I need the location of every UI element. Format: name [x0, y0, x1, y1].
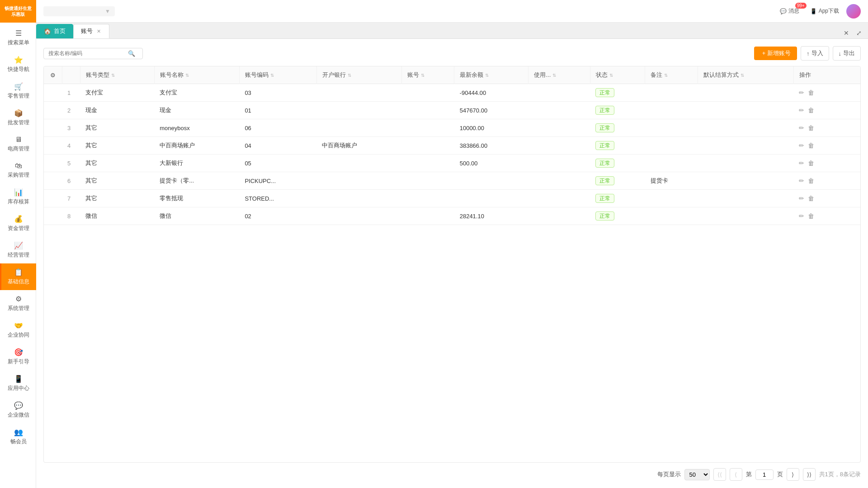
- sidebar-item-system-mgmt[interactable]: ⚙ 系统管理: [0, 290, 36, 317]
- topbar-search[interactable]: ▼: [43, 6, 115, 16]
- sidebar-item-purchase-mgmt[interactable]: 🛍 采购管理: [0, 157, 36, 183]
- status-badge: 正常: [595, 141, 614, 150]
- sort-icon: ⇅: [664, 73, 668, 78]
- tab-close-icon[interactable]: ✕: [95, 28, 102, 34]
- row-action: ✏ 🗑: [793, 102, 860, 119]
- row-default-settlement: [698, 137, 793, 155]
- sidebar-item-guide[interactable]: 🎯 新手引导: [0, 343, 36, 370]
- edit-icon[interactable]: ✏: [799, 89, 804, 96]
- sort-icon: ⇅: [185, 73, 189, 78]
- sidebar-item-inventory[interactable]: 📊 库存核算: [0, 183, 36, 210]
- sidebar-item-basic-info[interactable]: 📋 基础信息: [0, 263, 36, 290]
- row-account-type: 其它: [80, 190, 154, 207]
- page-prev-button[interactable]: ⟨: [730, 468, 742, 481]
- row-usage: [528, 190, 590, 207]
- edit-icon[interactable]: ✏: [799, 107, 804, 114]
- sidebar-item-ecom-mgmt[interactable]: 🖥 电商管理: [0, 131, 36, 157]
- sidebar-item-quick-nav[interactable]: ⭐ 快捷导航: [0, 51, 36, 78]
- app-center-icon: 📱: [3, 375, 34, 383]
- edit-icon[interactable]: ✏: [799, 124, 804, 131]
- user-avatar[interactable]: [846, 4, 861, 19]
- edit-icon[interactable]: ✏: [799, 212, 804, 220]
- tab-close-all-button[interactable]: ✕: [841, 28, 852, 38]
- row-action: ✏ 🗑: [793, 155, 860, 172]
- col-settings[interactable]: ⚙: [44, 66, 62, 84]
- col-remark[interactable]: 备注 ⇅: [645, 66, 698, 84]
- row-remark: 提货卡: [645, 172, 698, 190]
- export-button[interactable]: ↓ 导出: [833, 46, 861, 61]
- row-default-settlement: [698, 207, 793, 225]
- delete-icon[interactable]: 🗑: [808, 195, 814, 202]
- tab-account[interactable]: 账号 ✕: [73, 24, 109, 38]
- col-account-no[interactable]: 账号 ⇅: [401, 66, 454, 84]
- sidebar-item-label: 畅会员: [3, 438, 34, 446]
- sidebar-item-label: 电商管理: [3, 145, 34, 153]
- sidebar-item-enterprise-wechat[interactable]: 💬 企业微信: [0, 397, 36, 423]
- import-button[interactable]: ↑ 导入: [801, 46, 829, 61]
- row-account-name: 支付宝: [154, 84, 239, 102]
- row-bank: [316, 84, 401, 102]
- row-account-no: [401, 190, 454, 207]
- sort-icon: ⇅: [348, 73, 351, 78]
- row-status: 正常: [590, 84, 645, 102]
- page-number-input[interactable]: [755, 469, 774, 480]
- row-usage: [528, 102, 590, 119]
- page-next-button[interactable]: ⟩: [787, 468, 799, 481]
- row-index: 4: [62, 137, 80, 155]
- delete-icon[interactable]: 🗑: [808, 124, 814, 131]
- row-default-settlement: [698, 190, 793, 207]
- delete-icon[interactable]: 🗑: [808, 142, 814, 149]
- add-account-button[interactable]: + 新增账号: [754, 47, 797, 60]
- page-first-button[interactable]: ⟨⟨: [713, 468, 726, 481]
- col-status[interactable]: 状态 ⇅: [590, 66, 645, 84]
- enterprise-wechat-icon: 💬: [3, 401, 34, 410]
- table-row: 3 其它 moneybosx 06 10000.00 正常 ✏ 🗑: [44, 119, 860, 137]
- app-download-button[interactable]: 📱 App下载: [810, 7, 839, 15]
- sidebar-item-enterprise-agreement[interactable]: 🤝 企业协同: [0, 317, 36, 343]
- delete-icon[interactable]: 🗑: [808, 212, 814, 220]
- sidebar-item-app-center[interactable]: 📱 应用中心: [0, 370, 36, 397]
- sort-icon: ⇅: [270, 73, 274, 78]
- table-row: 2 现金 现金 01 547670.00 正常 ✏ 🗑: [44, 102, 860, 119]
- topbar-search-input[interactable]: [48, 8, 102, 14]
- edit-icon[interactable]: ✏: [799, 177, 804, 184]
- edit-icon[interactable]: ✏: [799, 195, 804, 202]
- sidebar-item-operations[interactable]: 📈 经营管理: [0, 237, 36, 263]
- row-settings: [44, 102, 62, 119]
- row-bank: [316, 119, 401, 137]
- col-account-name[interactable]: 账号名称 ⇅: [154, 66, 239, 84]
- row-remark: [645, 155, 698, 172]
- account-search-box[interactable]: 🔍: [43, 48, 143, 59]
- operations-icon: 📈: [3, 241, 34, 250]
- sidebar-item-search-menu[interactable]: ☰ 搜索菜单: [0, 23, 36, 51]
- col-latest-balance[interactable]: 最新余额 ⇅: [454, 66, 528, 84]
- account-search-input[interactable]: [48, 50, 125, 56]
- delete-icon[interactable]: 🗑: [808, 89, 814, 96]
- row-account-type: 微信: [80, 207, 154, 225]
- page-size-select[interactable]: 50 20 100: [684, 469, 710, 480]
- tab-maximize-button[interactable]: ⤢: [854, 28, 864, 38]
- account-table-wrap: ⚙ 账号类型 ⇅ 账号名称 ⇅: [43, 66, 861, 463]
- row-account-type: 现金: [80, 102, 154, 119]
- message-button[interactable]: 💬 消息 99+: [776, 5, 803, 17]
- col-bank[interactable]: 开户银行 ⇅: [316, 66, 401, 84]
- row-account-code: 04: [239, 137, 316, 155]
- sidebar-item-member[interactable]: 👥 畅会员: [0, 423, 36, 450]
- delete-icon[interactable]: 🗑: [808, 177, 814, 184]
- edit-icon[interactable]: ✏: [799, 160, 804, 167]
- col-default-settlement[interactable]: 默认结算方式 ⇅: [698, 66, 793, 84]
- row-account-code: 03: [239, 84, 316, 102]
- tab-home[interactable]: 🏠 首页: [36, 24, 73, 38]
- delete-icon[interactable]: 🗑: [808, 107, 814, 114]
- delete-icon[interactable]: 🗑: [808, 160, 814, 167]
- page-last-button[interactable]: ⟩⟩: [803, 468, 816, 481]
- col-usage[interactable]: 使用... ⇅: [528, 66, 590, 84]
- col-account-type[interactable]: 账号类型 ⇅: [80, 66, 154, 84]
- member-icon: 👥: [3, 428, 34, 436]
- col-account-code[interactable]: 账号编码 ⇅: [239, 66, 316, 84]
- sidebar-item-retail-mgmt[interactable]: 🛒 零售管理: [0, 78, 36, 104]
- edit-icon[interactable]: ✏: [799, 142, 804, 149]
- row-bank: [316, 190, 401, 207]
- sidebar-item-wholesale-mgmt[interactable]: 📦 批发管理: [0, 104, 36, 131]
- sidebar-item-finance[interactable]: 💰 资金管理: [0, 210, 36, 237]
